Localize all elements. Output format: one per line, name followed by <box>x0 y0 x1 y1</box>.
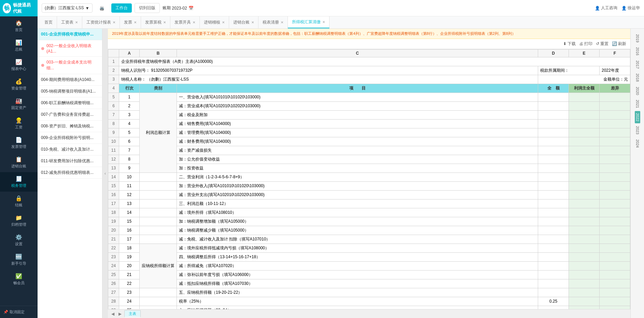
sidebar-item-payroll[interactable]: 👷 工资 <box>0 114 38 133</box>
row-10-item[interactable]: 二、营业利润（1-2-3-4-5-6-7-8+9） <box>177 172 538 181</box>
table-row[interactable]: 27 23 五、应纳税所得额（19-20-21-22） <box>108 288 630 297</box>
tab-tax-clear-close[interactable]: ✕ <box>281 20 283 24</box>
row-7-item[interactable]: 减：资产减值损失 <box>177 146 538 155</box>
row-21-item[interactable]: 减：弥补以前年度亏损（填写A106000） <box>177 270 538 279</box>
row-20-profit[interactable] <box>569 261 600 270</box>
table-container[interactable]: A B C D E F 1 企业所得税年度纳税申报表（A类）主表(A100000… <box>108 49 630 309</box>
row-1-diff[interactable] <box>600 93 630 101</box>
table-row[interactable]: 7 3 减：税金及附加 <box>108 110 630 119</box>
row-17-num[interactable]: 17 <box>119 235 140 244</box>
row-20-num[interactable]: 20 <box>119 261 140 270</box>
row-10-profit[interactable] <box>569 172 600 181</box>
row-16-amount[interactable] <box>538 226 569 235</box>
row-7-num[interactable]: 7 <box>119 146 140 155</box>
tab-invoice-open-close[interactable]: ✕ <box>193 20 195 24</box>
row-12-amount[interactable] <box>538 190 569 199</box>
company-selector[interactable]: (勿删）江西服宝-LSS ▼ <box>42 3 93 13</box>
row-13-item[interactable]: 三、利润总额（10-11-12） <box>177 199 538 208</box>
row-4-profit[interactable] <box>569 119 600 128</box>
row-1-amount[interactable] <box>538 93 569 101</box>
sidebar-item-guide[interactable]: 🆕 新手引导 <box>0 250 38 269</box>
row-11-diff[interactable] <box>600 181 630 190</box>
print-preview-btn[interactable]: 🖨️ <box>95 4 109 12</box>
tab-payroll-stats[interactable]: 工资统计报表 ✕ <box>82 16 120 28</box>
table-row[interactable]: 14 10 二、营业利润（1-2-3-4-5-6-7-8+9） <box>108 172 630 181</box>
left-panel-collapse[interactable]: ‹ <box>102 29 108 318</box>
sidebar-item-ledger[interactable]: 📊 总账 <box>0 36 38 55</box>
calendar-icon[interactable]: 📅 <box>188 6 194 11</box>
row-20-amount[interactable] <box>538 261 569 270</box>
row-9-item[interactable]: 加：投资收益 <box>177 164 538 172</box>
left-menu-item-002[interactable]: ⊗ 002-一般企业收入明细表(A1... <box>38 40 102 57</box>
row-8-num[interactable]: 8 <box>119 155 140 164</box>
row-1-num[interactable]: 1 <box>119 93 140 101</box>
row-2-num[interactable]: 2 <box>119 101 140 110</box>
row-11-amount[interactable] <box>538 181 569 190</box>
row-2-item[interactable]: 减：营业成本(填写A102010\102020\103000) <box>177 101 538 110</box>
row-25-item[interactable]: 六、应纳所得税额（23×24） <box>177 306 538 309</box>
sidebar-item-invoice[interactable]: 📄 发票管理 <box>0 133 38 153</box>
table-row[interactable]: 13 9 加：投资收益 <box>108 164 630 172</box>
row-17-item[interactable]: 减：免税、减计收入及加计 扣除（填写A107010） <box>177 235 538 244</box>
table-row[interactable]: 6 2 减：营业成本(填写A102010\102020\103000) <box>108 101 630 110</box>
row-12-item[interactable]: 减：营业外支出(填写A102010\102020\103000) <box>177 190 538 199</box>
sidebar-item-tax[interactable]: 🧾 税务管理 <box>0 172 38 192</box>
table-row[interactable]: 16 12 减：营业外支出(填写A102010\102020\103000) <box>108 190 630 199</box>
row-4-amount[interactable] <box>538 119 569 128</box>
table-row[interactable]: 9 5 减：管理费用(填写A104000) <box>108 128 630 137</box>
table-row[interactable]: 24 20 减：所得减免（填写A107020） <box>108 261 630 270</box>
year-item-2022[interactable]: 2022 <box>635 111 640 123</box>
tab-sales-ledger[interactable]: 进销台账 ✕ <box>229 16 258 28</box>
row-10-num[interactable]: 10 <box>119 172 140 181</box>
tab-payroll-close[interactable]: ✕ <box>75 20 78 24</box>
row-18-profit[interactable] <box>569 244 600 252</box>
year-item-2023[interactable]: 2023 <box>635 124 640 136</box>
row-15-num[interactable]: 15 <box>119 217 140 226</box>
row-3-diff[interactable] <box>600 110 630 119</box>
year-item-2020[interactable]: 2020 <box>635 85 640 97</box>
table-row[interactable]: 28 24 税率（25%） 0.25 <box>108 297 630 306</box>
row-7-profit[interactable] <box>569 146 600 155</box>
row-17-profit[interactable] <box>569 235 600 244</box>
row-5-profit[interactable] <box>569 128 600 137</box>
row-22-item[interactable]: 减：抵扣应纳税所得额（填写A107030） <box>177 279 538 288</box>
sidebar-item-sales[interactable]: 📋 进销台账 <box>0 153 38 172</box>
row-9-num[interactable]: 9 <box>119 164 140 172</box>
left-menu-item-012[interactable]: 012-减免所得税优惠明细表... <box>38 167 102 179</box>
row-25-amount[interactable] <box>538 306 569 309</box>
table-row[interactable]: 23 19 四、纳税调整后所得（13-14+15-16-17+18） <box>108 252 630 261</box>
tab-purchase-close[interactable]: ✕ <box>222 20 225 24</box>
left-menu-item-005[interactable]: 005-纳税调整项目明细表(A1... <box>38 86 102 97</box>
table-row[interactable]: 19 15 加：纳税调整增加额（填写A105000） <box>108 217 630 226</box>
row-14-item[interactable]: 减：境外所得（填写A108010） <box>177 208 538 217</box>
sheet-nav-right[interactable]: ▶ <box>117 311 123 317</box>
tab-invoice[interactable]: 发票 ✕ <box>120 16 141 28</box>
tab-invoice-calc-close[interactable]: ✕ <box>163 20 166 24</box>
row-21-num[interactable]: 21 <box>119 270 140 279</box>
year-item-2018[interactable]: 2018 <box>635 71 640 84</box>
row-20-diff[interactable] <box>600 261 630 270</box>
row-15-item[interactable]: 加：纳税调整增加额（填写A105000） <box>177 217 538 226</box>
download-btn[interactable]: ⬇ 下载 <box>563 41 576 47</box>
sidebar-footer[interactable]: 📌 取消固定 <box>0 306 38 318</box>
row-15-diff[interactable] <box>600 217 630 226</box>
row-25-num[interactable]: 25 <box>119 306 140 309</box>
left-menu-item-008[interactable]: 008-资产折旧、摊销及纳税... <box>38 121 102 132</box>
row-13-num[interactable]: 13 <box>119 199 140 208</box>
row-12-profit[interactable] <box>569 190 600 199</box>
refresh-btn[interactable]: 🔄 刷新 <box>612 41 626 47</box>
row-14-num[interactable]: 14 <box>119 208 140 217</box>
row-16-diff[interactable] <box>600 226 630 235</box>
row-23-diff[interactable] <box>600 288 630 297</box>
table-row[interactable]: 10 6 减：财务费用(填写A104000) <box>108 137 630 146</box>
left-menu-item-011[interactable]: 011-研发费用加计扣除优惠... <box>38 155 102 167</box>
table-row[interactable]: 18 14 减：境外所得（填写A108010） <box>108 208 630 217</box>
sheet-nav-left[interactable]: ◀ <box>110 311 116 317</box>
table-row[interactable]: 15 11 加：营业外收入(填写A101010\101020\103000) <box>108 181 630 190</box>
row-17-amount[interactable] <box>538 235 569 244</box>
sidebar-item-close[interactable]: 🔒 结账 <box>0 192 38 211</box>
row-6-profit[interactable] <box>569 137 600 146</box>
row-22-diff[interactable] <box>600 279 630 288</box>
row-10-diff[interactable] <box>600 172 630 181</box>
row-19-diff[interactable] <box>600 252 630 261</box>
